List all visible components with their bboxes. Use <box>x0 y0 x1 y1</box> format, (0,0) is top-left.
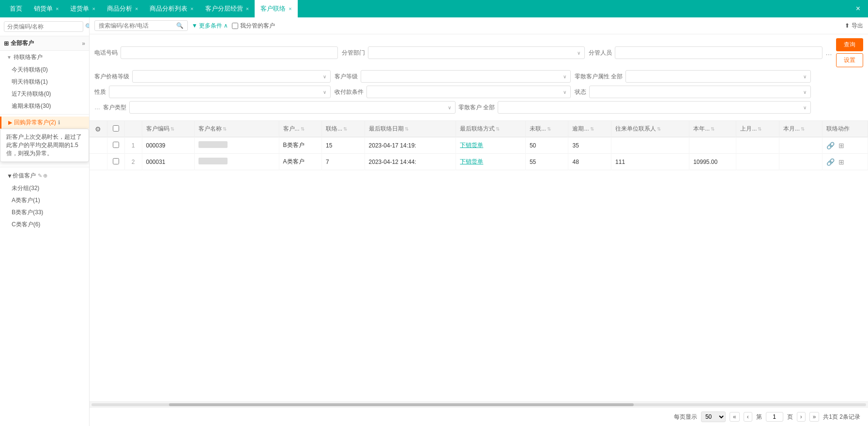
sidebar-item-week[interactable]: 近7天待联络(0) <box>0 88 89 100</box>
close-tab-sales[interactable]: × <box>56 6 59 12</box>
tab-product-analysis-list[interactable]: 商品分析列表 × <box>144 0 199 17</box>
first-page-btn[interactable]: « <box>730 412 740 422</box>
sidebar-item-today[interactable]: 今天待联络(0) <box>0 64 89 76</box>
search-submit-icon[interactable]: 🔍 <box>176 22 183 29</box>
tab-product-analysis[interactable]: 商品分析 × <box>101 0 144 17</box>
tab-customer-contact[interactable]: 客户联络 × <box>255 0 297 17</box>
sort-lmonth-icon[interactable]: ⇅ <box>758 126 761 132</box>
payment-select[interactable]: ∨ <box>366 86 571 98</box>
sort-code-icon[interactable]: ⇅ <box>170 126 174 132</box>
query-button[interactable]: 查询 <box>836 38 863 51</box>
sort-unit-icon[interactable]: ⇅ <box>657 126 661 132</box>
export-button[interactable]: ⬆ 导出 <box>845 22 863 30</box>
action-link-1[interactable]: 🔗 <box>826 158 835 166</box>
tab-home[interactable]: 首页 <box>4 0 28 17</box>
col-header-settings[interactable]: ⚙ <box>90 121 107 137</box>
row-name-1 <box>195 154 279 170</box>
customer-type-select[interactable]: ∨ <box>129 101 456 114</box>
phone-input[interactable] <box>121 46 338 59</box>
last-type-link-0[interactable]: 下销货单 <box>460 142 483 148</box>
sort-tmonth-icon[interactable]: ⇅ <box>801 126 805 132</box>
sidebar-item-class-b[interactable]: B类客户(33) <box>0 206 89 219</box>
action-link-0[interactable]: 🔗 <box>826 142 835 149</box>
col-header-check <box>107 121 124 137</box>
filter-row-4: … 客户类型 ∨ 零散客户 全部 ∨ <box>94 101 863 114</box>
settings-button[interactable]: 设置 <box>836 53 863 67</box>
last-type-link-1[interactable]: 下销货单 <box>460 158 483 165</box>
tab-sales-order[interactable]: 销货单 × <box>28 0 64 17</box>
tooltip-abnormal: 距客户上次交易时长，超过了此客户的平均交易周期的1.5倍，则视为异常。 <box>0 129 89 162</box>
sort-contact-icon[interactable]: ⇅ <box>343 126 347 132</box>
info-icon-abnormal[interactable]: ℹ <box>58 119 60 126</box>
row-num-1: 2 <box>124 154 142 170</box>
dept-arrow: ∨ <box>577 50 580 56</box>
close-tab-purchase[interactable]: × <box>92 6 95 12</box>
row-check-0 <box>107 137 124 154</box>
tab-customer-segments[interactable]: 客户分层经营 × <box>199 0 255 17</box>
add-group-icon[interactable]: ⊕ <box>43 173 47 179</box>
sidebar-item-tomorrow[interactable]: 明天待联络(1) <box>0 76 89 88</box>
person-select[interactable] <box>615 46 822 59</box>
select-all-checkbox[interactable] <box>113 125 119 132</box>
chevron-up-icon: ∧ <box>224 22 228 29</box>
sidebar-group-value[interactable]: ▼ 价值客户 ✎ ⊕ <box>0 169 89 182</box>
row-type-1: A类客户 <box>279 154 322 170</box>
sort-overdue-icon[interactable]: ⇅ <box>590 126 594 132</box>
sort-year-icon[interactable]: ⇅ <box>711 126 715 132</box>
col-header-this-month: 本月... ⇅ <box>779 121 822 137</box>
status-select[interactable]: ∨ <box>589 86 811 98</box>
tab-purchase-order[interactable]: 进货单 × <box>64 0 101 17</box>
row-name-0 <box>195 137 279 154</box>
sidebar-search-icon[interactable]: 🔍 <box>85 23 90 30</box>
page-suffix: 页 <box>787 413 793 421</box>
close-tab-product-list[interactable]: × <box>190 6 193 12</box>
row-overdue-1: 48 <box>568 154 611 170</box>
sort-uncontacted-icon[interactable]: ⇅ <box>547 126 551 132</box>
action-grid-0[interactable]: ⊞ <box>838 142 844 149</box>
action-grid-1[interactable]: ⊞ <box>838 158 844 166</box>
price-grade-select[interactable]: ∨ <box>132 70 331 83</box>
sidebar-item-overdue[interactable]: 逾期未联络(30) <box>0 100 89 112</box>
edit-group-icon[interactable]: ✎ <box>38 173 42 179</box>
sort-type-icon[interactable]: ⇅ <box>301 126 305 132</box>
table-settings-icon[interactable]: ⚙ <box>95 125 101 133</box>
page-input[interactable] <box>766 412 783 422</box>
row-overdue-0: 35 <box>568 137 611 154</box>
customer-grade-select[interactable]: ∨ <box>361 70 571 83</box>
sidebar-search-input[interactable] <box>4 21 83 32</box>
sidebar-item-ungrouped[interactable]: 未分组(32) <box>0 182 89 194</box>
more-conditions-btn[interactable]: ▼ 更多条件 ∧ <box>192 22 228 30</box>
sidebar-item-class-c[interactable]: C类客户(6) <box>0 219 89 231</box>
scroll-thumb[interactable] <box>169 403 634 406</box>
scatter-select[interactable]: ∨ <box>498 101 811 114</box>
scatter-attr-select[interactable]: ∨ <box>625 70 811 83</box>
horizontal-scrollbar[interactable] <box>90 401 868 407</box>
dept-select[interactable]: ∨ <box>368 46 585 59</box>
sort-date-icon[interactable]: ⇅ <box>405 126 409 132</box>
per-page-select[interactable]: 50 100 200 <box>701 411 726 422</box>
sidebar-collapse-icon[interactable]: » <box>82 40 85 47</box>
last-page-btn[interactable]: » <box>809 412 820 422</box>
sort-name-icon[interactable]: ⇅ <box>223 126 227 132</box>
close-tab-contact[interactable]: × <box>289 6 291 12</box>
sidebar-group-pending[interactable]: ▼ 待联络客户 <box>0 51 89 64</box>
filter-cell-scatter: 零散客户 全部 ∨ <box>458 101 811 114</box>
window-close-button[interactable]: × <box>852 4 864 13</box>
nature-select[interactable]: ∨ <box>109 86 331 98</box>
row-checkbox-1[interactable] <box>113 158 119 164</box>
sidebar-item-class-a[interactable]: A类客户(1) <box>0 194 89 206</box>
sort-contact-type-icon[interactable]: ⇅ <box>496 126 500 132</box>
search-input[interactable] <box>99 22 176 29</box>
filter-cell-nature: 性质 ∨ <box>94 86 331 98</box>
next-page-btn[interactable]: › <box>797 412 806 422</box>
more-dots[interactable]: … <box>94 104 100 111</box>
sidebar-divider-2 <box>0 167 89 167</box>
close-tab-segments[interactable]: × <box>246 6 249 12</box>
my-customers-checkbox[interactable] <box>232 23 238 29</box>
sidebar-item-abnormal-repurchase[interactable]: ▶ 回购异常客户(2) ℹ <box>0 117 89 129</box>
row-checkbox-0[interactable] <box>113 142 119 148</box>
export-icon: ⬆ <box>845 22 850 29</box>
close-tab-product-analysis[interactable]: × <box>135 6 138 12</box>
prev-page-btn[interactable]: ‹ <box>744 412 752 422</box>
person-more-icon[interactable]: … <box>825 49 832 57</box>
